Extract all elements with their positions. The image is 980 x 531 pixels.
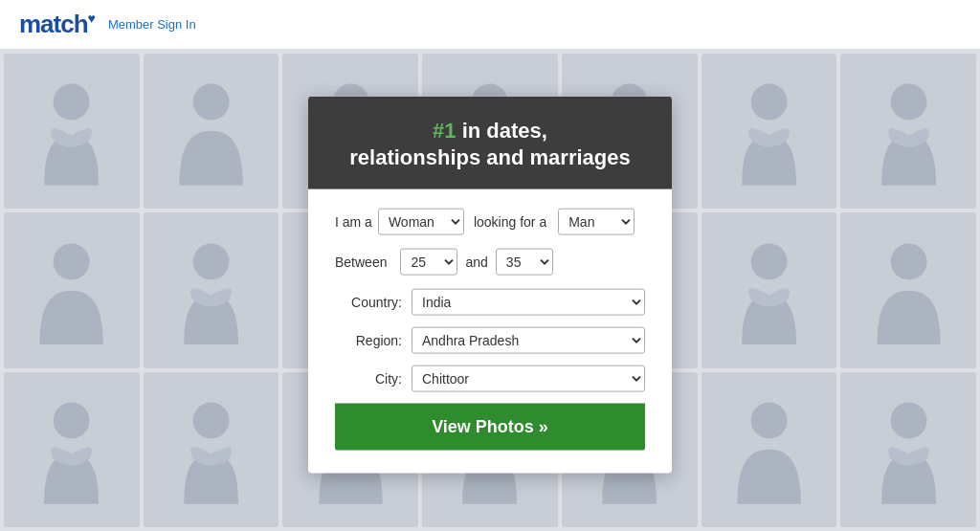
logo-heart: ♥	[88, 11, 95, 26]
card-title-text2: relationships and marriages	[349, 145, 630, 169]
svg-point-6	[890, 84, 926, 121]
region-row: Region: Andhra Pradesh	[335, 326, 645, 353]
silhouette-cell	[702, 54, 837, 209]
svg-point-0	[54, 84, 90, 121]
silhouette-cell	[840, 54, 976, 209]
city-select[interactable]: Chittoor	[412, 365, 645, 391]
svg-point-14	[54, 403, 90, 439]
silhouette-cell	[702, 372, 837, 527]
region-label: Region:	[335, 332, 402, 347]
silhouette-cell	[840, 212, 976, 367]
svg-point-12	[750, 243, 787, 279]
member-signin-link[interactable]: Member Sign In	[108, 17, 196, 32]
svg-point-8	[193, 243, 230, 279]
svg-point-13	[890, 243, 926, 279]
svg-point-7	[54, 243, 90, 279]
silhouette-cell	[144, 372, 279, 527]
svg-point-20	[890, 403, 926, 439]
country-row: Country: India USA	[335, 288, 645, 315]
header: match♥ Member Sign In	[0, 0, 980, 50]
age-min-select[interactable]: 18202224 25262830	[400, 248, 457, 275]
lookingfor-select[interactable]: Man Woman	[558, 208, 635, 234]
view-photos-button[interactable]: View Photos »	[335, 403, 645, 450]
age-max-select[interactable]: 2830323334 353840	[496, 248, 553, 275]
search-card: #1 in dates, relationships and marriages…	[308, 96, 672, 473]
silhouette-cell	[4, 212, 140, 367]
card-body: I am a Woman Man looking for a Man Woman…	[308, 188, 672, 473]
region-select[interactable]: Andhra Pradesh	[412, 326, 645, 353]
city-row: City: Chittoor	[335, 365, 645, 391]
country-select[interactable]: India USA	[412, 288, 645, 315]
svg-point-19	[750, 403, 787, 439]
silhouette-cell	[840, 372, 976, 527]
iam-select[interactable]: Woman Man	[378, 208, 464, 234]
card-title: #1 in dates, relationships and marriages	[327, 117, 653, 171]
svg-point-15	[193, 403, 230, 439]
between-label: Between	[335, 254, 387, 269]
silhouette-cell	[4, 54, 140, 209]
card-title-highlight: #1	[433, 118, 456, 142]
silhouette-cell	[4, 372, 140, 527]
country-label: Country:	[335, 294, 402, 309]
svg-point-5	[750, 84, 787, 121]
silhouette-cell	[144, 212, 279, 367]
iam-row: I am a Woman Man looking for a Man Woman	[335, 208, 645, 234]
card-header: #1 in dates, relationships and marriages	[308, 96, 672, 188]
svg-point-1	[193, 84, 230, 121]
age-row: Between 18202224 25262830 and 2830323334…	[335, 248, 645, 275]
silhouette-cell	[702, 212, 837, 367]
silhouette-cell	[144, 54, 279, 209]
lookingfor-label: looking for a	[474, 213, 546, 229]
logo: match♥	[19, 10, 95, 39]
and-label: and	[465, 254, 487, 269]
card-title-text1: in dates,	[462, 118, 547, 142]
city-label: City:	[335, 370, 402, 386]
iam-label: I am a	[335, 213, 372, 229]
